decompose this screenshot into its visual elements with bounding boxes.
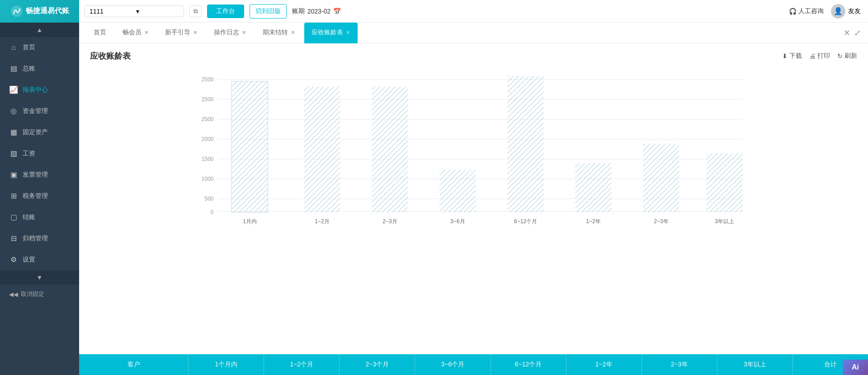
copy-icon: ⧉ (193, 8, 198, 14)
sidebar-item-assets[interactable]: ▦ 固定资产 (0, 122, 79, 143)
funds-icon: ◎ (9, 107, 18, 115)
svg-text:0: 0 (211, 209, 214, 216)
th-2to3: 2~3个月 (340, 354, 415, 375)
sidebar-item-reports[interactable]: 📈 报表中心 (0, 79, 79, 100)
tab-member[interactable]: 畅会员 ✕ (115, 23, 156, 43)
logo: 畅捷通易代账 (0, 0, 79, 23)
svg-text:2~3月: 2~3月 (382, 218, 397, 225)
tabs-bar: 首页 畅会员 ✕ 新手引导 ✕ 操作日志 ✕ 期末结转 ✕ 应收账龄表 ✕ (79, 23, 868, 43)
period-label: 账期 (292, 7, 305, 15)
download-button[interactable]: ⬇ 下载 (782, 52, 802, 60)
th-customer: 客户 (79, 354, 189, 375)
company-selector[interactable]: 1111 ▾ (85, 5, 184, 17)
sidebar-item-salary[interactable]: ▨ 工资 (0, 143, 79, 164)
tax-icon: ⊞ (9, 192, 18, 200)
sidebar-item-label: 发票管理 (23, 171, 48, 179)
ai-badge[interactable]: Ai (843, 360, 868, 375)
invoice-icon: ▣ (9, 170, 18, 179)
period-value: 2023-02 (307, 8, 330, 15)
sidebar-item-tax[interactable]: ⊞ 税务管理 (0, 185, 79, 206)
th-1month: 1个月内 (189, 354, 264, 375)
copy-button[interactable]: ⧉ (189, 5, 202, 17)
tab-home[interactable]: 首页 (86, 23, 113, 43)
svg-text:1~2年: 1~2年 (586, 218, 600, 225)
user-menu[interactable]: 👤 友友 (831, 4, 861, 19)
tab-close-member[interactable]: ✕ (144, 29, 149, 36)
period-area: 账期 2023-02 📅 (292, 7, 341, 15)
sidebar-item-settle[interactable]: ▢ 结账 (0, 206, 79, 228)
svg-text:1500: 1500 (202, 156, 214, 162)
tab-oplog[interactable]: 操作日志 ✕ (207, 23, 254, 43)
svg-text:6~12个月: 6~12个月 (514, 218, 537, 225)
page-title: 应收账龄表 (90, 51, 131, 61)
sidebar-item-label: 税务管理 (23, 192, 48, 200)
th-1to2: 1~2个月 (264, 354, 340, 375)
print-button[interactable]: 🖨 打印 (809, 52, 830, 60)
tab-close-guide[interactable]: ✕ (193, 29, 198, 36)
page-content: 应收账龄表 ⬇ 下载 🖨 打印 ↻ 刷新 (79, 43, 868, 375)
refresh-icon: ↻ (837, 52, 843, 60)
sidebar-item-invoice[interactable]: ▣ 发票管理 (0, 164, 79, 185)
scroll-down-button[interactable]: ▼ (0, 270, 79, 285)
svg-rect-25 (707, 153, 743, 212)
th-2to3yr: 2~3年 (642, 354, 717, 375)
tab-close-oplog[interactable]: ✕ (242, 29, 246, 36)
sidebar-item-label: 资金管理 (23, 107, 48, 115)
ledger-icon: ▤ (9, 64, 18, 73)
svg-text:2~3年: 2~3年 (654, 218, 668, 225)
company-name: 1111 (90, 8, 132, 15)
sidebar-item-settings[interactable]: ⚙ 设置 (0, 249, 79, 270)
svg-text:2500: 2500 (202, 76, 214, 83)
assets-icon: ▦ (9, 128, 18, 136)
avatar: 👤 (831, 4, 845, 19)
svg-text:1~2月: 1~2月 (315, 218, 329, 225)
sidebar-item-label: 报表中心 (23, 86, 48, 94)
svg-rect-23 (576, 163, 612, 212)
content-area: 首页 畅会员 ✕ 新手引导 ✕ 操作日志 ✕ 期末结转 ✕ 应收账龄表 ✕ (79, 23, 868, 375)
chevron-down-icon: ▾ (136, 8, 179, 15)
settings-icon: ⚙ (9, 255, 18, 264)
switch-version-button[interactable]: 切到旧版 (250, 4, 287, 19)
tab-period-end[interactable]: 期末结转 ✕ (255, 23, 302, 43)
svg-text:3年以上: 3年以上 (715, 218, 734, 225)
sidebar: ▲ ⌂ 首页 ▤ 总账 📈 报表中心 ◎ 资金管理 ▦ 固定资产 ▨ 工资 ▣ … (0, 23, 79, 375)
svg-text:1000: 1000 (202, 176, 214, 182)
tab-aging[interactable]: 应收账龄表 ✕ (304, 23, 358, 43)
tab-close-period-end[interactable]: ✕ (291, 29, 295, 36)
settle-icon: ▢ (9, 213, 18, 221)
scroll-up-button[interactable]: ▲ (0, 23, 79, 37)
svg-text:500: 500 (204, 196, 213, 202)
page-header: 应收账龄表 ⬇ 下载 🖨 打印 ↻ 刷新 (79, 43, 868, 66)
svg-text:2500: 2500 (202, 116, 214, 122)
sidebar-item-ledger[interactable]: ▤ 总账 (0, 58, 79, 79)
table-header: 客户 1个月内 1~2个月 2~3个月 3~6个月 6~12个月 (79, 354, 868, 375)
salary-icon: ▨ (9, 149, 18, 158)
sidebar-item-archive[interactable]: ⊟ 归档管理 (0, 228, 79, 249)
sidebar-item-label: 首页 (23, 43, 35, 52)
expand-tab-button[interactable]: ⤢ (854, 28, 861, 38)
consult-button[interactable]: 🎧 人工咨询 (789, 7, 824, 15)
archive-icon: ⊟ (9, 234, 18, 243)
th-1to2yr: 1~2年 (566, 354, 642, 375)
close-tab-button[interactable]: ✕ (844, 28, 850, 38)
svg-rect-20 (372, 87, 408, 212)
svg-text:2000: 2000 (202, 136, 214, 142)
sidebar-item-label: 总账 (23, 65, 35, 73)
calendar-icon[interactable]: 📅 (333, 8, 341, 15)
bar-chart: 2500 2500 2500 2000 1500 1000 500 0 (90, 70, 857, 238)
svg-text:1月内: 1月内 (243, 218, 257, 225)
sidebar-item-home[interactable]: ⌂ 首页 (0, 37, 79, 58)
th-3yr-plus: 3年以上 (717, 354, 793, 375)
tab-guide[interactable]: 新手引导 ✕ (158, 23, 205, 43)
reports-icon: 📈 (9, 85, 18, 94)
tab-close-aging[interactable]: ✕ (346, 29, 350, 36)
refresh-button[interactable]: ↻ 刷新 (837, 52, 857, 60)
avatar-icon: 👤 (834, 7, 843, 15)
svg-rect-21 (440, 170, 476, 212)
sidebar-item-funds[interactable]: ◎ 资金管理 (0, 100, 79, 122)
sidebar-item-label: 固定资产 (23, 128, 48, 136)
cancel-fixed-button[interactable]: ◀◀ 取消固定 (0, 285, 79, 304)
workbench-button[interactable]: 工作台 (207, 5, 244, 18)
user-name: 友友 (848, 7, 861, 15)
th-3to6: 3~6个月 (415, 354, 491, 375)
